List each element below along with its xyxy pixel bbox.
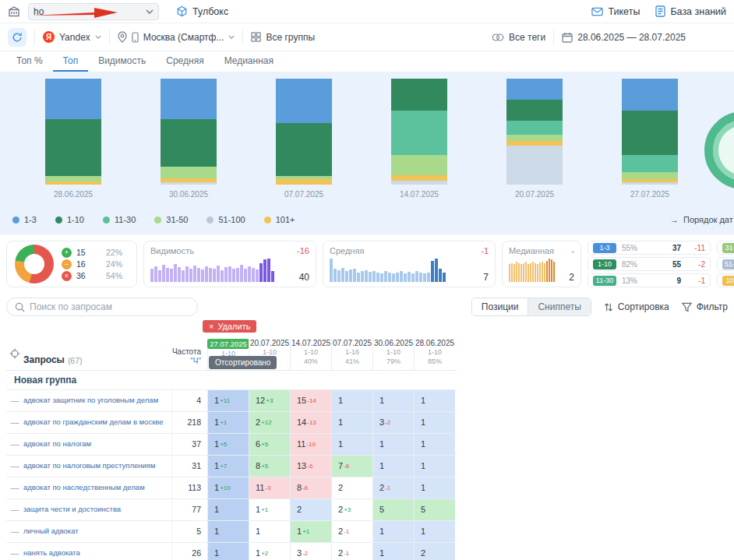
position-cell[interactable]: 1 [249,521,290,542]
position-cell[interactable]: 14-13 [290,412,331,433]
collapse-row-button[interactable]: — [6,434,23,455]
region-selector[interactable]: Москва (Смартф... [118,31,235,43]
position-cell[interactable]: 1 [414,434,455,455]
date-column-header[interactable]: 14.07.20251-1040% [290,337,331,370]
query-link[interactable]: защита чести и достоинства [23,499,171,520]
position-cell[interactable]: 11-3 [249,477,290,498]
card-visibility[interactable]: Видимость-1640 [143,241,316,287]
position-cell[interactable]: 1+7 [207,456,249,477]
position-cell[interactable]: 2 [414,543,455,560]
position-cell[interactable]: 1+1 [249,499,290,520]
position-cell[interactable]: 1 [414,521,455,542]
position-cell[interactable]: 1 [414,390,455,411]
position-cell[interactable]: 11-10 [290,434,331,455]
position-cell[interactable]: 1 [372,543,414,560]
date-column-header[interactable]: 30.06.20251-1079% [372,337,414,370]
position-cell[interactable]: 2 [331,477,372,498]
position-cell[interactable]: 1+11 [207,390,249,411]
position-cell[interactable]: 8+5 [249,456,290,477]
position-cell[interactable]: 1+1 [290,521,331,542]
collapse-row-button[interactable]: — [6,390,23,411]
tags-selector[interactable]: Все теги [492,32,545,43]
legend-item[interactable]: 31-50 [154,215,188,224]
position-cell[interactable]: 1 [414,412,455,433]
search-input[interactable] [30,301,189,312]
range-stat-row[interactable]: 1-355%37-11 [588,241,711,255]
position-cell[interactable]: 2+3 [331,499,372,520]
sort-button[interactable]: Сортировка [604,301,669,312]
query-link[interactable]: адвокат по гражданским делам в москве [23,412,171,433]
stacked-bar[interactable] [391,79,447,185]
query-link[interactable]: адвокат по налогам [23,434,171,455]
groups-selector[interactable]: Все группы [251,32,315,43]
target-icon[interactable] [6,337,23,370]
frequency-header[interactable]: Частота "Ч" [171,337,207,370]
position-cell[interactable]: 1 [372,521,414,542]
tab-top[interactable]: Топ [53,51,89,72]
tickets-nav[interactable]: Тикеты [591,5,640,17]
position-cell[interactable]: 2+12 [249,412,290,433]
range-stat-row[interactable]: 31-50 [717,241,734,255]
range-stat-row[interactable]: 11-3013%9-1 [588,273,711,287]
position-cell[interactable]: 1 [372,434,414,455]
filter-button[interactable]: Фильтр [682,301,728,312]
position-cell[interactable]: 3-2 [290,543,331,560]
toolbox-nav[interactable]: Тулбокс [176,5,228,17]
position-cell[interactable]: 15-14 [290,390,331,411]
position-cell[interactable]: 1+1 [207,412,249,433]
position-cell[interactable]: 8-6 [290,477,331,498]
tab-top-pct[interactable]: Топ % [6,51,53,72]
project-selector[interactable]: ho [28,3,159,20]
card-average[interactable]: Средняя-17 [323,241,496,287]
position-cell[interactable]: 1 [414,477,455,498]
position-cell[interactable]: 1 [331,412,372,433]
legend-item[interactable]: 1-3 [12,215,37,224]
position-cell[interactable]: 12+3 [249,390,290,411]
position-cell[interactable]: 1+2 [249,543,290,560]
legend-item[interactable]: 1-10 [55,215,84,224]
group-row[interactable]: Новая группа [6,371,457,390]
app-icon[interactable] [8,5,20,18]
query-link[interactable]: адвокат по наследственным делам [23,477,171,498]
position-cell[interactable]: 1 [331,434,372,455]
position-cell[interactable]: 5 [372,499,414,520]
query-link[interactable]: адвокат по налоговым преступлениям [23,456,171,477]
positions-tab[interactable]: Позиции [472,298,528,315]
stacked-bar[interactable] [45,79,101,185]
position-cell[interactable]: 1 [207,543,249,560]
dynamics-card[interactable]: +1522%−1624%×3654% [6,241,137,287]
position-cell[interactable]: 3-2 [372,412,414,433]
position-cell[interactable]: 1+10 [207,477,249,498]
range-stat-row[interactable]: 51-100 [717,257,734,271]
legend-item[interactable]: 11-30 [103,215,136,224]
stacked-bar[interactable] [161,79,217,185]
range-stat-row[interactable]: 1-1082%55-2 [588,257,711,271]
tab-average[interactable]: Средняя [156,51,213,72]
refresh-button[interactable] [8,28,26,47]
tab-visibility[interactable]: Видимость [88,51,156,72]
collapse-row-button[interactable]: — [6,477,23,498]
knowledge-base-nav[interactable]: База знаний [655,5,726,17]
stacked-bar[interactable] [276,79,332,185]
date-range-selector[interactable]: 28.06.2025 — 28.07.2025 [562,32,686,43]
legend-item[interactable]: 101+ [264,215,295,224]
search-engine-selector[interactable]: Я Yandex [43,31,101,43]
card-median[interactable]: Медианная-2 [502,241,581,287]
position-cell[interactable]: 2-1 [372,477,414,498]
position-cell[interactable]: 7-6 [331,456,372,477]
stacked-bar[interactable] [622,79,678,185]
position-cell[interactable]: 2-1 [331,543,372,560]
date-order-link[interactable]: → Порядок дат [670,215,734,224]
position-cell[interactable]: 1 [372,456,414,477]
legend-item[interactable]: 51-100 [206,215,245,224]
tab-median[interactable]: Медианная [214,51,284,72]
collapse-row-button[interactable]: — [6,499,23,520]
position-cell[interactable]: 1 [414,456,455,477]
position-cell[interactable]: 6+5 [249,434,290,455]
snippets-tab[interactable]: Сниппеты [528,298,590,315]
position-cell[interactable]: 2-1 [331,521,372,542]
position-cell[interactable]: 1+5 [207,434,249,455]
collapse-row-button[interactable]: — [6,521,23,542]
position-cell[interactable]: 13-6 [290,456,331,477]
position-cell[interactable]: 1 [207,521,249,542]
